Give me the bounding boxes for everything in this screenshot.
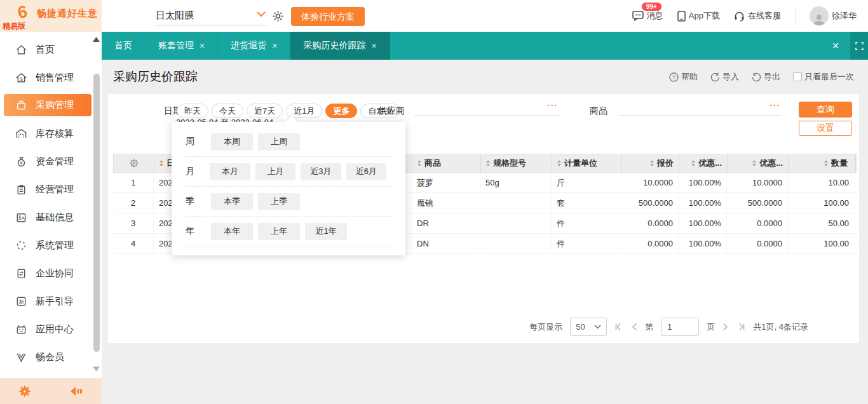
- popup-option-last-month[interactable]: 上月: [255, 163, 295, 180]
- popup-option-this-month[interactable]: 本月: [210, 163, 250, 180]
- money-bag-icon: ¥: [15, 156, 27, 168]
- close-icon[interactable]: ×: [200, 41, 205, 50]
- sale-icon: $: [15, 72, 27, 84]
- brand-edition: 精易版: [3, 21, 25, 32]
- close-icon[interactable]: ×: [371, 41, 376, 50]
- pagination: 每页显示 50 第 页 共1页, 4条记录: [529, 318, 808, 336]
- phone-icon: [677, 11, 686, 22]
- page-title: 采购历史价跟踪: [113, 69, 198, 85]
- tab-purchase-history-price[interactable]: 采购历史价跟踪 ×: [290, 32, 390, 60]
- collapse-sidebar-icon[interactable]: [70, 386, 83, 396]
- popup-option-this-year[interactable]: 本年: [211, 223, 253, 240]
- col-header-spec[interactable]: 规格型号: [481, 154, 552, 172]
- sort-icon[interactable]: [557, 160, 561, 166]
- sidebar-item-funds[interactable]: ¥ 资金管理: [0, 147, 102, 175]
- col-header-discount-price[interactable]: 优惠...: [728, 154, 789, 172]
- sort-icon[interactable]: [650, 160, 654, 166]
- per-page-select[interactable]: 50: [570, 318, 607, 336]
- user-menu[interactable]: 徐泽华: [810, 6, 857, 25]
- popup-option-last-year[interactable]: 上年: [258, 223, 300, 240]
- settings-button[interactable]: 设置: [799, 121, 852, 136]
- supplier-more-icon[interactable]: ···: [547, 100, 558, 111]
- next-page-icon[interactable]: [722, 323, 728, 331]
- supplier-input[interactable]: ···: [414, 100, 559, 116]
- popup-option-last-1-year[interactable]: 近1年: [305, 223, 347, 240]
- last-page-icon[interactable]: [737, 323, 745, 331]
- close-all-tabs-button[interactable]: ×: [821, 32, 850, 60]
- sidebar-item-newbie-guide[interactable]: 新 新手引导: [0, 287, 102, 315]
- sidebar-scrollbar[interactable]: [93, 74, 100, 352]
- sidebar-item-purchase[interactable]: 采购管理: [4, 94, 92, 116]
- sidebar-item-basic-info[interactable]: A 基础信息: [0, 203, 102, 231]
- table-settings-gear-icon[interactable]: [114, 154, 154, 172]
- help-icon: ?: [669, 72, 679, 82]
- sidebar-item-inventory[interactable]: 库存核算: [0, 119, 102, 147]
- fullscreen-button[interactable]: [850, 32, 868, 60]
- pill-more[interactable]: 更多: [325, 104, 357, 118]
- product-more-icon[interactable]: ···: [770, 100, 780, 111]
- sidebar-item-app-center[interactable]: 应用中心: [0, 315, 102, 343]
- col-header-qty[interactable]: 数量: [789, 154, 856, 172]
- fullscreen-icon: [855, 42, 864, 50]
- avatar: [810, 6, 829, 25]
- sidebar-item-operations[interactable]: 经营管理: [0, 175, 102, 203]
- col-header-unit[interactable]: 计量单位: [552, 154, 622, 172]
- chevron-down-icon: [594, 325, 601, 329]
- col-header-price[interactable]: 报价: [622, 154, 679, 172]
- popup-option-this-quarter[interactable]: 本季: [211, 193, 253, 210]
- product-input[interactable]: ···: [618, 100, 782, 116]
- sidebar-scroll-down-icon[interactable]: [93, 367, 100, 372]
- sort-icon[interactable]: [691, 160, 695, 166]
- footer-gear-icon[interactable]: [19, 386, 31, 397]
- popup-row-month: 月 本月 上月 近3月 近6月: [186, 157, 391, 187]
- close-icon[interactable]: ×: [272, 41, 277, 50]
- sort-icon[interactable]: [824, 160, 828, 166]
- prev-page-icon[interactable]: [632, 323, 637, 331]
- col-header-discount-rate[interactable]: 优惠...: [679, 154, 728, 172]
- sort-icon[interactable]: [159, 160, 163, 166]
- query-button[interactable]: 查询: [799, 102, 852, 118]
- col-header-product[interactable]: 商品: [412, 154, 481, 172]
- page-suffix: 页: [707, 321, 715, 333]
- sidebar-item-member[interactable]: 畅会员: [0, 343, 102, 371]
- warehouse-icon: [15, 128, 27, 140]
- company-select[interactable]: 日太阳膜: [156, 6, 267, 26]
- online-support-button[interactable]: 在线客服: [734, 10, 781, 22]
- page-input[interactable]: [661, 318, 699, 336]
- last-only-checkbox[interactable]: 只看最后一次: [793, 71, 854, 83]
- import-button[interactable]: 导入: [710, 71, 739, 83]
- sidebar-item-system[interactable]: 系统管理: [0, 231, 102, 259]
- tab-account-management[interactable]: 账套管理 ×: [146, 32, 218, 60]
- popup-option-last-quarter[interactable]: 上季: [258, 193, 300, 210]
- pill-last7days[interactable]: 近7天: [247, 104, 283, 118]
- per-page-label: 每页显示: [529, 321, 562, 333]
- sidebar-item-collaboration[interactable]: 企业协同: [0, 259, 102, 287]
- pill-today[interactable]: 今天: [212, 104, 243, 118]
- sidebar-item-home[interactable]: 首页: [0, 36, 102, 64]
- first-page-icon[interactable]: [614, 323, 623, 331]
- popup-option-this-week[interactable]: 本周: [211, 133, 253, 151]
- sidebar-item-sales[interactable]: $ 销售管理: [0, 64, 102, 91]
- pill-yesterday[interactable]: 昨天: [177, 104, 208, 118]
- trial-plan-button[interactable]: 体验行业方案: [291, 7, 365, 26]
- popup-option-last-week[interactable]: 上周: [258, 133, 300, 151]
- sort-icon[interactable]: [486, 160, 490, 166]
- headset-icon: [734, 11, 745, 22]
- messages-button[interactable]: 消息 99+: [632, 10, 663, 22]
- logo: 6 畅捷通好生意 精易版: [0, 0, 102, 32]
- sidebar-scroll-up-icon[interactable]: [93, 37, 100, 42]
- info-doc-icon: A: [15, 212, 27, 224]
- app-download-button[interactable]: App下载: [677, 10, 720, 22]
- tab-purchase-return[interactable]: 进货退货 ×: [218, 32, 290, 60]
- svg-text:A: A: [22, 215, 25, 220]
- export-button[interactable]: 导出: [752, 71, 780, 83]
- popup-option-last-3-months[interactable]: 近3月: [301, 163, 341, 180]
- sort-icon[interactable]: [752, 160, 756, 166]
- account-settings-gear-icon[interactable]: [272, 10, 284, 22]
- sort-icon[interactable]: [417, 160, 421, 166]
- checkbox-icon[interactable]: [793, 72, 802, 81]
- help-button[interactable]: ? 帮助: [669, 71, 698, 83]
- popup-option-last-6-months[interactable]: 近6月: [346, 163, 386, 180]
- popup-row-quarter: 季 本季 上季: [186, 187, 391, 217]
- tab-home[interactable]: 首页: [102, 32, 146, 60]
